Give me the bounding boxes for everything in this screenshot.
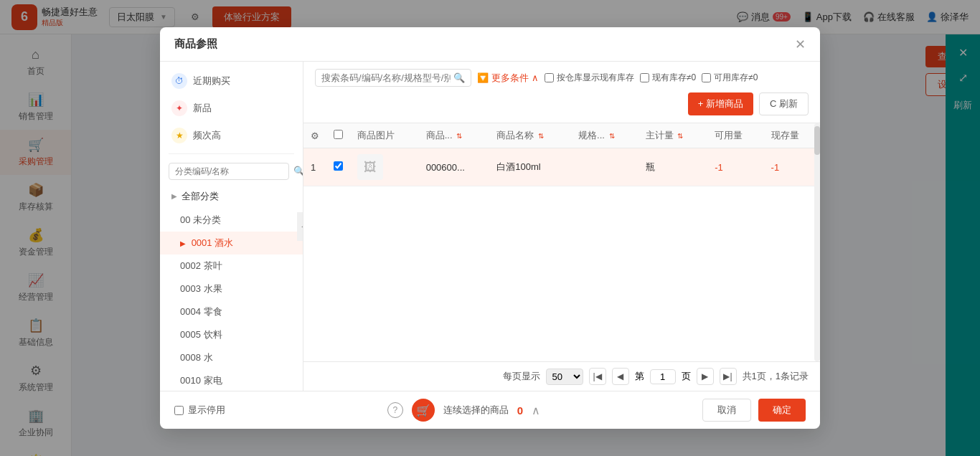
more-filter-button[interactable]: 🔽 更多条件 ∧ xyxy=(477,72,539,85)
available-stock-checkbox[interactable] xyxy=(702,73,711,82)
product-table: ⚙ 商品图片 商品... ⇅ xyxy=(303,123,820,186)
left-panel-collapse-button[interactable]: ◀ xyxy=(297,212,303,241)
product-search-bar: 🔍 xyxy=(315,69,471,87)
page-size-label: 每页显示 xyxy=(503,370,540,383)
checkbox-available-stock[interactable]: 可用库存≠0 xyxy=(702,72,758,84)
category-item-0008[interactable]: 0008 水 xyxy=(160,346,303,369)
show-disabled-checkbox[interactable] xyxy=(174,406,184,415)
selected-label: 连续选择的商品 xyxy=(443,404,509,417)
footer-center: ? 🛒 连续选择的商品 0 ∧ xyxy=(387,399,540,422)
category-all-arrow-icon: ▶ xyxy=(171,192,177,200)
filter-arrow-icon: ∧ xyxy=(532,72,539,83)
modal-footer: 显示停用 ? 🛒 连续选择的商品 0 ∧ 取消 确定 xyxy=(160,391,820,429)
th-stock: 现存量 xyxy=(764,123,820,148)
selected-count: 0 xyxy=(517,404,523,417)
modal-left-panel: ⏱ 近期购买 ✦ 新品 ★ 频次高 🔍 ◀ xyxy=(160,62,303,391)
footer-collapse-button[interactable]: ∧ xyxy=(532,404,540,417)
divider xyxy=(169,153,294,154)
row-checkbox xyxy=(326,148,350,186)
row-spec xyxy=(571,148,639,186)
th-settings: ⚙ xyxy=(303,123,326,148)
warehouse-stock-checkbox[interactable] xyxy=(545,73,554,82)
modal-title: 商品参照 xyxy=(174,37,217,51)
prev-page-button[interactable]: ◀ xyxy=(612,368,629,385)
filter-icon: 🔽 xyxy=(477,72,489,83)
add-product-button[interactable]: + 新增商品 xyxy=(688,92,753,115)
category-item-0004[interactable]: 0004 零食 xyxy=(160,300,303,323)
category-list: ▶ 全部分类 00 未分类 ▶ 0001 酒水 0002 茶叶 0003 水果 xyxy=(160,184,303,385)
th-unit[interactable]: 主计量 ⇅ xyxy=(639,123,708,148)
modal-toolbar: 🔍 🔽 更多条件 ∧ 按仓库显示现有库存 现有库存≠0 xyxy=(303,62,820,123)
table-header-row: ⚙ 商品图片 商品... ⇅ xyxy=(303,123,820,148)
cancel-button[interactable]: 取消 xyxy=(702,399,751,422)
modal-close-button[interactable]: ✕ xyxy=(795,38,806,51)
row-available: -1 xyxy=(707,148,763,186)
product-search-input[interactable] xyxy=(321,72,451,83)
quick-item-recent[interactable]: ⏱ 近期购买 xyxy=(160,67,303,95)
th-available: 可用量 xyxy=(707,123,763,148)
category-search-icon[interactable]: 🔍 xyxy=(293,166,303,176)
footer-right: 取消 确定 xyxy=(702,399,806,422)
th-product-image: 商品图片 xyxy=(350,123,419,148)
category-item-0010[interactable]: 0010 家电 xyxy=(160,369,303,385)
product-search-icon[interactable]: 🔍 xyxy=(453,72,465,83)
cart-button[interactable]: 🛒 xyxy=(412,399,435,422)
row-stock: -1 xyxy=(764,148,820,186)
freq-icon: ★ xyxy=(171,128,187,143)
next-page-button[interactable]: ▶ xyxy=(697,368,714,385)
quick-item-new[interactable]: ✦ 新品 xyxy=(160,95,303,122)
recent-icon: ⏱ xyxy=(171,73,187,89)
confirm-button[interactable]: 确定 xyxy=(758,399,806,422)
product-table-area: ⚙ 商品图片 商品... ⇅ xyxy=(303,123,820,361)
th-product-spec[interactable]: 规格... ⇅ xyxy=(571,123,639,148)
row-code: 000600... xyxy=(419,148,490,186)
select-all-checkbox[interactable] xyxy=(334,130,343,139)
category-search-row: 🔍 xyxy=(160,158,303,184)
scrollbar-thumb xyxy=(814,126,820,155)
page-total: 共1页，1条记录 xyxy=(743,370,809,383)
product-reference-modal: 商品参照 ✕ ⏱ 近期购买 ✦ 新品 ★ 频次高 xyxy=(160,27,820,429)
page-size-select[interactable]: 50 10 20 100 xyxy=(546,369,583,385)
new-icon: ✦ xyxy=(171,100,187,116)
modal-right-panel: 🔍 🔽 更多条件 ∧ 按仓库显示现有库存 现有库存≠0 xyxy=(303,62,820,391)
show-disabled-label[interactable]: 显示停用 xyxy=(174,404,225,417)
category-all[interactable]: ▶ 全部分类 xyxy=(160,184,303,209)
row-image: 🖼 xyxy=(350,148,419,186)
sort-code-icon: ⇅ xyxy=(456,132,462,140)
category-item-0002[interactable]: 0002 茶叶 xyxy=(160,255,303,277)
row-num: 1 xyxy=(303,148,326,186)
category-search-input[interactable] xyxy=(169,163,289,180)
first-page-button[interactable]: |◀ xyxy=(589,368,606,385)
sort-name-icon: ⇅ xyxy=(538,132,544,140)
help-icon[interactable]: ? xyxy=(387,402,403,418)
category-active-arrow-icon: ▶ xyxy=(180,239,186,247)
sort-unit-icon: ⇅ xyxy=(677,132,683,140)
quick-item-freq[interactable]: ★ 频次高 xyxy=(160,122,303,149)
pagination: 每页显示 50 10 20 100 |◀ ◀ 第 页 ▶ ▶| 共1页，1条记录 xyxy=(303,361,820,391)
refresh-button[interactable]: C 刷新 xyxy=(759,92,809,115)
current-stock-checkbox[interactable] xyxy=(640,73,649,82)
checkbox-current-stock[interactable]: 现有库存≠0 xyxy=(640,72,696,84)
last-page-button[interactable]: ▶| xyxy=(720,368,737,385)
sort-spec-icon: ⇅ xyxy=(609,132,615,140)
category-item-0001[interactable]: ▶ 0001 酒水 xyxy=(160,232,303,255)
row-select-checkbox[interactable] xyxy=(334,161,343,171)
modal-overlay: 商品参照 ✕ ⏱ 近期购买 ✦ 新品 ★ 频次高 xyxy=(0,0,980,456)
table-row[interactable]: 1 🖼 000600... 白酒100ml xyxy=(303,148,820,186)
toolbar-right: + 新增商品 C 刷新 xyxy=(688,92,809,115)
category-item-0003[interactable]: 0003 水果 xyxy=(160,277,303,300)
modal-header: 商品参照 ✕ xyxy=(160,27,820,62)
th-product-name[interactable]: 商品名称 ⇅ xyxy=(489,123,571,148)
settings-gear-icon[interactable]: ⚙ xyxy=(311,130,319,141)
checkbox-warehouse-stock[interactable]: 按仓库显示现有库存 xyxy=(545,72,634,84)
modal-body: ⏱ 近期购买 ✦ 新品 ★ 频次高 🔍 ◀ xyxy=(160,62,820,391)
page-input[interactable] xyxy=(650,369,676,384)
category-item-00[interactable]: 00 未分类 xyxy=(160,209,303,232)
row-unit: 瓶 xyxy=(639,148,708,186)
th-product-code[interactable]: 商品... ⇅ xyxy=(419,123,490,148)
scrollbar[interactable] xyxy=(814,123,820,361)
category-item-0005[interactable]: 0005 饮料 xyxy=(160,323,303,346)
product-image: 🖼 xyxy=(357,154,383,180)
th-checkbox xyxy=(326,123,350,148)
page-label-2: 页 xyxy=(682,370,691,383)
